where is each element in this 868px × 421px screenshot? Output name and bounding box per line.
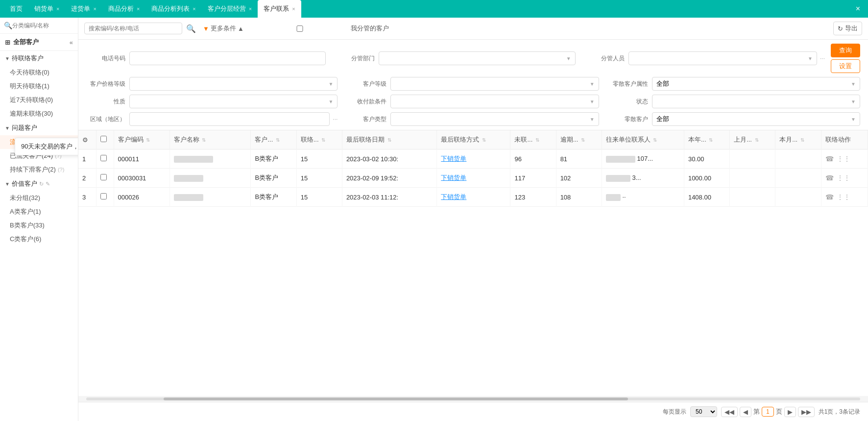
pagination-nav: ◀◀ ◀ 第 1 页 ▶ ▶▶ <box>721 407 815 417</box>
collapse-icon[interactable]: « <box>70 39 73 46</box>
sort-icon-date[interactable]: ⇅ <box>387 137 391 143</box>
export-button[interactable]: ↻ 导出 <box>833 22 862 35</box>
action-contact-icon-1[interactable]: ☎ <box>825 174 834 182</box>
filter-input-phone[interactable] <box>129 51 326 65</box>
edit-icon[interactable]: ✎ <box>46 181 50 187</box>
sidebar-item-declining[interactable]: 持续下滑客户(2) (?) <box>0 163 78 176</box>
filter-select-level[interactable]: ▼ <box>390 77 599 91</box>
filter-select-region[interactable] <box>129 112 330 126</box>
row-checkbox-2[interactable] <box>100 193 107 199</box>
sort-icon-this-month[interactable]: ⇅ <box>800 137 804 143</box>
sidebar-item-tomorrow[interactable]: 明天待联络(1) <box>0 79 78 93</box>
cell-checkbox-0[interactable] <box>96 149 114 169</box>
cell-last-method-1[interactable]: 下销货单 <box>437 169 510 188</box>
sidebar-search-input[interactable] <box>12 22 78 29</box>
first-page-button[interactable]: ◀◀ <box>721 407 738 417</box>
search-button[interactable]: 🔍 <box>186 24 196 33</box>
tab-product-list-close[interactable]: × <box>193 6 195 12</box>
tab-customer-tier-close[interactable]: × <box>249 6 252 12</box>
filter-label-level: 客户等级 <box>347 80 386 88</box>
tab-product-analysis[interactable]: 商品分析 × <box>102 0 145 18</box>
action-contact-icon-0[interactable]: ☎ <box>825 155 834 163</box>
tab-customer-contact-close[interactable]: × <box>292 6 295 12</box>
prev-page-button[interactable]: ◀ <box>740 407 751 417</box>
page-size-select[interactable]: 50 100 200 <box>690 406 717 417</box>
filter-icon: ▼ <box>203 25 209 32</box>
sidebar-group-pending-label: 待联络客户 <box>12 54 44 63</box>
sidebar-item-ungrouped[interactable]: 未分组(32) <box>0 191 78 205</box>
cell-checkbox-2[interactable] <box>96 188 114 207</box>
sort-icon-not-contacted[interactable]: ⇅ <box>535 137 539 143</box>
filter-dots-person[interactable]: ··· <box>820 55 825 62</box>
horizontal-scrollbar[interactable] <box>78 396 868 402</box>
sort-icon-this-year[interactable]: ⇅ <box>709 137 713 143</box>
tab-product-analysis-close[interactable]: × <box>137 6 140 12</box>
sidebar-group-value[interactable]: ▼ 价值客户 ↻ ✎ <box>0 176 78 191</box>
filter-dots-region[interactable]: ··· <box>333 116 338 123</box>
filter-select-retail-attr[interactable]: 全部 ▼ <box>652 77 860 91</box>
tab-customer-contact[interactable]: 客户联系 × <box>258 0 301 18</box>
tab-purchase[interactable]: 进货单 × <box>65 0 102 18</box>
sort-icon-code[interactable]: ⇅ <box>146 137 150 143</box>
cell-last-method-2[interactable]: 下销货单 <box>437 188 510 207</box>
search-input[interactable] <box>84 23 182 34</box>
tab-customer-tier[interactable]: 客户分层经营 × <box>202 0 258 18</box>
sidebar-item-7days[interactable]: 近7天待联络(0) <box>0 93 78 107</box>
filter-select-status[interactable]: ▼ <box>652 95 860 108</box>
tooltip-box: 90天未交易的客户，可能有流失风险。 <box>15 138 78 155</box>
sidebar-group-pending[interactable]: ▼ 待联络客户 <box>0 51 78 66</box>
last-page-button[interactable]: ▶▶ <box>798 407 815 417</box>
sidebar-item-class-b[interactable]: B类客户(33) <box>0 219 78 232</box>
filter-select-dept[interactable]: ▼ <box>379 51 575 65</box>
last-method-link-0[interactable]: 下销货单 <box>441 155 466 162</box>
cell-last-method-0[interactable]: 下销货单 <box>437 149 510 169</box>
sort-icon-last-month[interactable]: ⇅ <box>755 137 759 143</box>
sidebar-item-class-a[interactable]: A类客户(1) <box>0 205 78 219</box>
tab-sales[interactable]: 销货单 × <box>28 0 65 18</box>
last-method-link-1[interactable]: 下销货单 <box>441 174 466 181</box>
filter-settings-button[interactable]: 设置 <box>831 59 860 73</box>
sidebar-item-today[interactable]: 今天待联络(0) <box>0 66 78 79</box>
filter-button[interactable]: ▼ 更多条件 ▲ <box>200 22 247 35</box>
select-all-checkbox[interactable] <box>100 136 107 142</box>
col-checkbox[interactable] <box>96 130 114 149</box>
tab-product-list[interactable]: 商品分析列表 × <box>145 0 201 18</box>
action-more-icon-2[interactable]: ⋮⋮ <box>837 193 850 201</box>
next-page-button[interactable]: ▶ <box>784 407 796 417</box>
refresh-icon[interactable]: ↻ <box>39 181 44 187</box>
filter-select-price-level[interactable]: ▼ <box>129 77 338 91</box>
tab-sales-close[interactable]: × <box>56 6 59 12</box>
tab-purchase-close[interactable]: × <box>93 6 96 12</box>
filter-select-nature[interactable]: ▼ <box>129 95 338 108</box>
sort-icon-method[interactable]: ⇅ <box>482 137 486 143</box>
action-more-icon-0[interactable]: ⋮⋮ <box>837 155 850 163</box>
action-more-icon-1[interactable]: ⋮⋮ <box>837 174 850 182</box>
sidebar-item-overdue[interactable]: 逾期未联络(30) <box>0 107 78 121</box>
cell-checkbox-1[interactable] <box>96 169 114 188</box>
col-settings[interactable]: ⚙ <box>78 130 96 149</box>
scroll-thumb[interactable] <box>164 397 628 400</box>
sort-icon-type[interactable]: ⇅ <box>276 137 280 143</box>
my-customers-checkbox[interactable] <box>251 25 349 32</box>
tab-home[interactable]: 首页 <box>4 0 28 18</box>
tab-customer-contact-label: 客户联系 <box>264 4 289 13</box>
window-close-icon[interactable]: × <box>852 4 864 13</box>
filter-select-person[interactable]: ▼ <box>628 51 817 65</box>
filter-select-type[interactable]: ▼ <box>390 112 599 126</box>
sort-icon-contact-person[interactable]: ⇅ <box>653 137 657 143</box>
settings-icon[interactable]: ⚙ <box>82 136 88 144</box>
filter-select-payment[interactable]: ▼ <box>390 95 599 108</box>
sidebar-item-class-c[interactable]: C类客户(6) <box>0 232 78 246</box>
row-checkbox-0[interactable] <box>100 155 107 161</box>
action-contact-icon-2[interactable]: ☎ <box>825 193 834 201</box>
sort-icon-name[interactable]: ⇅ <box>202 137 206 143</box>
sort-icon-contact[interactable]: ⇅ <box>321 137 325 143</box>
col-not-contacted-label: 未联... <box>514 136 532 143</box>
query-button[interactable]: 查询 <box>831 44 860 57</box>
sort-icon-overdue[interactable]: ⇅ <box>581 137 585 143</box>
row-checkbox-1[interactable] <box>100 174 107 180</box>
sidebar-group-problem[interactable]: ▼ 问题客户 <box>0 121 78 135</box>
filter-select-retail[interactable]: 全部 ▼ <box>652 112 860 126</box>
my-customers-filter[interactable]: 我分管的客户 <box>251 24 389 33</box>
last-method-link-2[interactable]: 下销货单 <box>441 193 466 200</box>
